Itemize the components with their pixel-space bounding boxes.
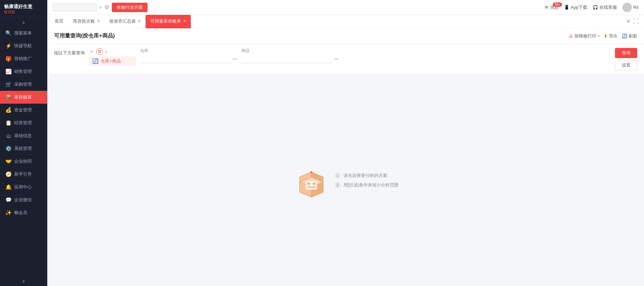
message-btn[interactable]: ✉ 消息 99+ (545, 4, 559, 10)
finance-icon: 💰 (5, 107, 11, 113)
print-btn[interactable]: 🖨 按模板打印 ▾ (569, 33, 600, 39)
warehouse-input[interactable] (140, 55, 231, 63)
basic-icon: 🗂 (5, 133, 11, 139)
sidebar-item-system[interactable]: ⚙️ 系统管理 (0, 142, 47, 155)
quick-nav-icon: ⚡ (5, 43, 11, 49)
sidebar-item-label: 经营管理 (14, 120, 32, 126)
tab-available-stock-close[interactable]: ✕ (183, 19, 186, 23)
apps-icon: 🔔 (5, 184, 11, 190)
page-header-actions: 🖨 按模板打印 ▾ ⬆ 导出 🔄 刷新 (569, 33, 637, 39)
warehouse-field-group: 仓库 ••• (140, 48, 237, 63)
tab-available-stock[interactable]: 可用量库存账本 ✕ (146, 15, 191, 28)
tab-receipt-summary-close[interactable]: ✕ (138, 19, 141, 23)
goods-more-icon[interactable]: ••• (334, 57, 339, 62)
industry-btn[interactable]: 体验行业方案 (112, 3, 148, 12)
user-name: Rit (633, 5, 639, 10)
add-scheme-btn[interactable]: ＋ (89, 48, 94, 55)
online-service-label: 在线客服 (599, 4, 617, 10)
export-btn[interactable]: ⬆ 导出 (604, 33, 618, 39)
topbar-gear-icon[interactable]: ⚙ (104, 4, 109, 10)
tab-home[interactable]: 首页 (50, 15, 68, 28)
sidebar-item-member[interactable]: ✨ 畅会员 (0, 206, 47, 219)
svg-rect-8 (307, 186, 315, 188)
tab-receipt-summary[interactable]: 收发存汇总表 ✕ (105, 15, 146, 28)
warehouse-label: 仓库 (140, 48, 237, 54)
export-label: 导出 (609, 33, 618, 39)
sidebar-item-label: 基础信息 (14, 133, 32, 139)
sidebar-item-label: 采购管理 (14, 81, 32, 87)
filter-schemes: ＋ ⚙ « 🔄 仓库+商品 (89, 48, 136, 66)
refresh-label: 刷新 (628, 33, 637, 39)
enterprise-icon: 🤝 (5, 158, 11, 164)
empty-state-inner: 1 请先选择要分析的方案 2 用[过滤]条件来缩小分析范围 (293, 163, 398, 197)
newbie-icon: 🧭 (5, 171, 11, 177)
settings-scheme-btn[interactable]: ⚙ (96, 48, 103, 55)
sidebar-item-label: 畅会员 (14, 210, 27, 216)
refresh-icon: 🔄 (622, 33, 627, 38)
sidebar-item-apps[interactable]: 🔔 应用中心 (0, 181, 47, 193)
sidebar-item-label: 新手引导 (14, 171, 32, 177)
sidebar-item-quick-nav[interactable]: ⚡ 快捷导航 (0, 40, 47, 52)
tip-text-2: 用[过滤]条件来缩小分析范围 (343, 182, 398, 188)
tab-batch-account-close[interactable]: ✕ (97, 19, 100, 23)
sidebar-scroll-down[interactable]: ▼ (0, 277, 47, 286)
marketing-icon: 🎁 (5, 56, 11, 62)
sidebar-item-wechat[interactable]: 💬 企业微信 (0, 193, 47, 206)
sidebar-item-purchase[interactable]: 🛒 采购管理 (0, 78, 47, 91)
online-service-btn[interactable]: 🎧 在线客服 (593, 4, 617, 10)
refresh-btn[interactable]: 🔄 刷新 (622, 33, 637, 39)
logo-sub: 标准版 (4, 9, 43, 15)
sidebar-item-sales[interactable]: 📈 销售管理 (0, 65, 47, 78)
sidebar: 畅康通好生意 标准版 ▲ 🔍 搜索菜单 ⚡ 快捷导航 🎁 营销推广 📈 销售管理… (0, 0, 47, 286)
export-icon: ⬆ (604, 33, 608, 38)
empty-tips: 1 请先选择要分析的方案 2 用[过滤]条件来缩小分析范围 (335, 173, 398, 188)
page-title: 可用量查询(按仓库+商品) (54, 32, 115, 40)
sidebar-item-marketing[interactable]: 🎁 营销推广 (0, 52, 47, 65)
tip-num-1: 1 (335, 173, 341, 179)
collapse-scheme-btn[interactable]: « (105, 49, 108, 54)
tab-batch-account[interactable]: 库存批次账 ✕ (68, 15, 105, 28)
sidebar-item-enterprise[interactable]: 🤝 企业协同 (0, 155, 47, 168)
page-header: 可用量查询(按仓库+商品) 🖨 按模板打印 ▾ ⬆ 导出 🔄 刷新 (47, 28, 644, 44)
filter-area: 按以下方案查询 ＋ ⚙ « 🔄 仓库+商品 仓库 ••• (47, 44, 644, 75)
sidebar-item-newbie[interactable]: 🧭 新手引导 (0, 168, 47, 181)
topbar-search-input[interactable] (53, 3, 97, 11)
warehouse-more-icon[interactable]: ••• (233, 57, 237, 62)
svg-rect-5 (306, 181, 317, 190)
svg-point-10 (310, 171, 312, 173)
search-icon: 🔍 (5, 30, 11, 36)
scheme-warehouse-goods[interactable]: 🔄 仓库+商品 (89, 56, 136, 66)
sidebar-scroll-up[interactable]: ▲ (0, 18, 47, 27)
goods-label: 商品 (241, 48, 339, 54)
sidebar-item-inventory[interactable]: 📦 库存核算 (0, 91, 47, 104)
filter-scheme-controls: ＋ ⚙ « (89, 48, 136, 55)
page-content: 可用量查询(按仓库+商品) 🖨 按模板打印 ▾ ⬆ 导出 🔄 刷新 按以下方 (47, 28, 644, 286)
sidebar-item-search[interactable]: 🔍 搜索菜单 (0, 27, 47, 40)
topbar-dropdown-icon[interactable]: ▾ (99, 5, 102, 10)
tab-window-controls: ✕ ⛶ (626, 18, 641, 25)
query-buttons: 查询 设置 (615, 48, 637, 70)
logo-title: 畅康通好生意 (4, 3, 43, 9)
svg-rect-7 (313, 183, 315, 185)
sidebar-item-operation[interactable]: 📋 经营管理 (0, 116, 47, 129)
sidebar-item-label: 库存核算 (14, 94, 32, 100)
query-btn[interactable]: 查询 (615, 48, 637, 58)
goods-input[interactable] (241, 55, 333, 63)
sidebar-item-finance[interactable]: 💰 资金管理 (0, 104, 47, 116)
sidebar-item-label: 搜索菜单 (14, 30, 32, 36)
app-download-btn[interactable]: 📱 App下载 (564, 4, 587, 10)
print-dropdown-icon[interactable]: ▾ (598, 34, 600, 38)
settings-btn[interactable]: 设置 (615, 60, 637, 70)
empty-tip-1: 1 请先选择要分析的方案 (335, 173, 398, 179)
user-avatar[interactable]: Rit (622, 3, 639, 12)
window-maximize-btn[interactable]: ⛶ (633, 19, 639, 25)
inventory-icon: 📦 (5, 94, 11, 100)
topbar-right: ✉ 消息 99+ 📱 App下载 🎧 在线客服 Rit (545, 3, 639, 12)
scheme-icon: 🔄 (92, 58, 99, 64)
window-close-btn[interactable]: ✕ (626, 18, 630, 25)
tab-available-stock-label: 可用量库存账本 (150, 18, 181, 24)
scheme-label: 仓库+商品 (101, 58, 121, 64)
tab-receipt-summary-label: 收发存汇总表 (109, 18, 136, 24)
message-icon: ✉ (545, 5, 548, 10)
sidebar-item-basic[interactable]: 🗂 基础信息 (0, 129, 47, 142)
